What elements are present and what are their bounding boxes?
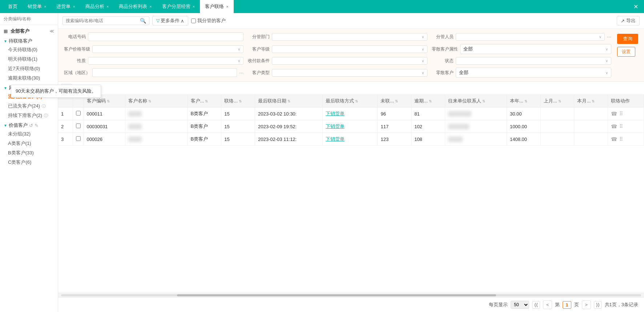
- action-call-icon[interactable]: ☎: [611, 123, 617, 129]
- sidebar-group-pending[interactable]: ▼ 待联络客户: [0, 36, 58, 45]
- action-more-icon[interactable]: ⠿: [619, 123, 623, 129]
- customer-type-select[interactable]: ∨: [272, 69, 427, 77]
- horizontal-scrollbar[interactable]: [58, 293, 644, 297]
- action-call-icon[interactable]: ☎: [611, 136, 617, 142]
- sidebar-item-ungrouped[interactable]: 未分组(32): [0, 129, 58, 139]
- action-call-icon[interactable]: ☎: [611, 111, 617, 117]
- nav-home[interactable]: 首页: [3, 0, 23, 13]
- person-select[interactable]: ∨: [456, 33, 605, 41]
- cell-last-method[interactable]: 下销货单: [322, 108, 378, 120]
- sort-name-icon[interactable]: ⇅: [148, 99, 151, 103]
- edit-icon[interactable]: ✎: [35, 123, 39, 128]
- status-select[interactable]: ∨: [456, 57, 611, 65]
- toolbar-search-icon[interactable]: 🔍: [140, 18, 146, 24]
- region-input[interactable]: [92, 68, 237, 77]
- scatter-attr-select[interactable]: 全部 ∨: [460, 44, 611, 54]
- customer-tier-select[interactable]: ∨: [272, 45, 427, 53]
- phone-input[interactable]: [88, 32, 243, 41]
- sidebar-search-input[interactable]: [4, 16, 58, 21]
- cell-action: ☎ ⠿: [608, 133, 644, 146]
- prev-page-button[interactable]: ＜: [543, 300, 552, 309]
- first-page-button[interactable]: ⟨⟨: [532, 301, 540, 309]
- sort-this-month-icon[interactable]: ⇅: [592, 99, 595, 103]
- sort-overdue-icon[interactable]: ⇅: [429, 99, 432, 103]
- sidebar-group-value[interactable]: ▼ 价值客户 ↺ ✎: [0, 120, 58, 129]
- sidebar-item-c-class[interactable]: C类客户(6): [0, 158, 58, 167]
- sort-last-method-icon[interactable]: ⇅: [355, 99, 358, 103]
- per-page-select[interactable]: 50 100 200: [511, 301, 529, 309]
- refresh-icon[interactable]: ↺: [29, 123, 33, 128]
- scrollbar-thumb[interactable]: [177, 294, 496, 296]
- sidebar-item-tomorrow[interactable]: 明天待联络(1): [0, 54, 58, 64]
- toolbar-search-input[interactable]: [66, 18, 138, 23]
- filter-more-button[interactable]: ▽ 更多条件 ∧: [152, 16, 188, 25]
- sidebar-item-today[interactable]: 今天待联络(0): [0, 45, 58, 54]
- action-more-icon[interactable]: ⠿: [619, 136, 623, 142]
- dept-select[interactable]: ∨: [272, 33, 427, 41]
- content-panel: 🔍 ▽ 更多条件 ∧ 我分管的客户 ↗ 导出: [58, 13, 644, 312]
- row-checkbox[interactable]: [76, 111, 81, 116]
- sidebar-item-b-class[interactable]: B类客户(33): [0, 148, 58, 158]
- sort-contact-icon[interactable]: ⇅: [239, 99, 242, 103]
- sort-company-contact-icon[interactable]: ⇅: [482, 99, 485, 103]
- payment-select[interactable]: ∨: [272, 57, 427, 65]
- scatter-customer-select[interactable]: 全部 ∨: [456, 68, 611, 78]
- sidebar: 🔍 ⊞ 全部客户 ≪ ▼ 待联络客户 今天待联络(0) 明天待联络(1) 近7天…: [0, 13, 58, 312]
- sort-this-year-icon[interactable]: ⇅: [524, 99, 527, 103]
- nav-customer-tier[interactable]: 客户分层经营 ×: [157, 0, 200, 13]
- row-checkbox[interactable]: [76, 136, 81, 141]
- nature-select[interactable]: ∨: [88, 57, 243, 65]
- query-button[interactable]: 查询: [617, 34, 638, 44]
- col-this-year-label: 本年...: [510, 98, 523, 104]
- nav-customer-contact[interactable]: 客户联络 ×: [200, 0, 233, 13]
- nav-customer-contact-close[interactable]: ×: [226, 4, 228, 9]
- sort-uncontacted-icon[interactable]: ⇅: [395, 99, 398, 103]
- price-tier-select[interactable]: ∨: [92, 45, 243, 53]
- sort-code-icon[interactable]: ⇅: [107, 99, 110, 103]
- last-page-button[interactable]: ⟩⟩: [594, 301, 602, 309]
- nav-purchase-close[interactable]: ×: [73, 4, 75, 9]
- window-close-button[interactable]: ✕: [631, 3, 641, 10]
- col-last-month-label: 上月...: [544, 98, 557, 104]
- cell-checkbox[interactable]: [73, 120, 84, 133]
- row-checkbox[interactable]: [76, 123, 81, 128]
- next-page-button[interactable]: ＞: [582, 300, 591, 309]
- action-more-icon[interactable]: ⠿: [619, 111, 623, 117]
- sidebar-item-overdue[interactable]: 逾期未联络(30): [0, 73, 58, 83]
- sort-type-icon[interactable]: ⇅: [205, 99, 208, 103]
- cell-last-method[interactable]: 下销货单: [322, 120, 378, 133]
- nav-customer-tier-close[interactable]: ×: [193, 4, 195, 9]
- my-customers-checkbox[interactable]: [191, 19, 196, 23]
- sidebar-item-7days[interactable]: 近7天待联络(0): [0, 64, 58, 73]
- cell-last-method[interactable]: 下销货单: [322, 133, 378, 146]
- nav-product-analysis-close[interactable]: ×: [106, 4, 109, 9]
- export-button[interactable]: ↗ 导出: [617, 16, 640, 25]
- cell-uncontacted: 117: [378, 120, 411, 133]
- col-code-label: 客户编码: [87, 98, 106, 104]
- setting-button[interactable]: 设置: [617, 47, 635, 57]
- region-more-dots[interactable]: ···: [239, 70, 243, 76]
- filter-row-2: 客户价格等级 ∨ 客户等级 ∨: [64, 44, 611, 54]
- cell-checkbox[interactable]: [73, 133, 84, 146]
- price-tier-label: 客户价格等级: [64, 46, 90, 52]
- cell-overdue: 108: [411, 133, 445, 146]
- col-action-label: 联络动作: [611, 98, 630, 104]
- my-customers-checkbox-label[interactable]: 我分管的客户: [191, 17, 226, 24]
- nav-sales-close[interactable]: ×: [44, 4, 46, 9]
- export-label: 导出: [626, 17, 636, 24]
- sidebar-all-customers[interactable]: ⊞ 全部客户 ≪: [0, 25, 58, 36]
- nav-purchase[interactable]: 进货单 ×: [51, 0, 80, 13]
- sidebar-item-churned[interactable]: 已流失客户(24) ⓘ: [0, 101, 58, 111]
- sort-last-month-icon[interactable]: ⇅: [558, 99, 561, 103]
- cell-checkbox[interactable]: [73, 108, 84, 120]
- sidebar-collapse-icon[interactable]: ≪: [49, 29, 54, 34]
- nav-product-analysis-list[interactable]: 商品分析列表 ×: [114, 0, 157, 13]
- nav-product-analysis-list-close[interactable]: ×: [149, 4, 152, 9]
- sidebar-item-declining[interactable]: 持续下滑客户(2) ⓘ: [0, 111, 58, 120]
- person-more-dots[interactable]: ···: [607, 34, 611, 40]
- sidebar-item-a-class[interactable]: A类客户(1): [0, 139, 58, 148]
- nav-sales[interactable]: 销货单 ×: [23, 0, 51, 13]
- sort-last-date-icon[interactable]: ⇅: [287, 99, 290, 103]
- col-uncontacted-label: 未联...: [381, 98, 394, 104]
- nav-product-analysis[interactable]: 商品分析 ×: [80, 0, 114, 13]
